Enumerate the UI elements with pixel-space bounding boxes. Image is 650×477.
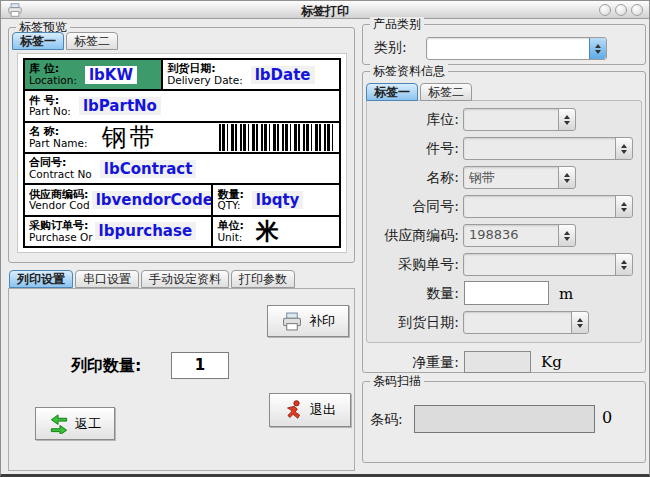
hetonghao-spinner-button[interactable] (615, 196, 632, 217)
unit-label-zh: 单位: (217, 220, 243, 232)
barcode-label: 条码: (370, 411, 403, 429)
window-button-minimize[interactable] (599, 4, 611, 16)
category-combo-value (427, 38, 589, 59)
date-value: lbDate (251, 66, 315, 84)
hetonghao-combo-value (464, 196, 615, 217)
label-row-purchase-unit: 采购订单号: Purchase Or lbpurchase 单位: Unit: … (25, 217, 339, 246)
arrival-date-combo-value (464, 312, 571, 333)
window-title: 标签打印 (1, 3, 649, 20)
category-spinner-button[interactable] (589, 38, 606, 59)
unit-value: 米 (256, 217, 279, 246)
tab-print-params[interactable]: 打印参数 (231, 270, 295, 288)
name-value: 钢带 (102, 123, 158, 152)
partno-cell: 件 号: Part No: lbPartNo (25, 91, 339, 120)
name-label-en: Part Name: (29, 138, 88, 149)
label-row-name: 名 称: Part Name: 钢带 (25, 123, 339, 154)
hetonghao-combo[interactable] (463, 195, 633, 218)
reprint-button-label: 补印 (309, 312, 335, 330)
label-info-group-title: 标签资料信息 (370, 64, 448, 78)
mingcheng-combo[interactable]: 钢带 (463, 166, 576, 189)
purchase-value: lbpurchase (95, 222, 197, 240)
exit-button-label: 退出 (310, 401, 336, 419)
vendor-code-combo-value: 198836 (464, 225, 558, 246)
reprint-button[interactable]: 补印 (267, 305, 349, 337)
barcode-count: 0 (602, 408, 612, 427)
location-value: lbKW (85, 66, 137, 84)
print-quantity-label: 列印数量: (71, 356, 141, 377)
preview-tab-label1[interactable]: 标签一 (12, 32, 64, 50)
barcode-input[interactable] (414, 405, 595, 433)
product-category-group-title: 产品类别 (370, 17, 424, 31)
jianhao-combo-value (464, 138, 615, 159)
label-print-window: 标签打印 标签预览 标签一 标签二 库 位: Location: lbKW (0, 0, 650, 477)
print-settings-panel: 补印 列印数量: 1 返工 退出 (8, 288, 355, 471)
date-label-en: Delivery Date: (167, 75, 243, 86)
mingcheng-spinner-button[interactable] (558, 167, 575, 188)
contract-label-en: Contract No (29, 169, 92, 180)
print-settings-tabs: 列印设置 串口设置 手动设定资料 打印参数 (9, 270, 295, 288)
unit-cell: 单位: Unit: 米 (213, 217, 339, 246)
kuwei-spinner-button[interactable] (558, 109, 575, 130)
window-button-maximize[interactable] (615, 4, 627, 16)
net-weight-input[interactable] (464, 351, 531, 373)
kuwei-combo[interactable] (463, 108, 576, 131)
preview-tabs: 标签一 标签二 (12, 32, 118, 50)
label-row-partno: 件 号: Part No: lbPartNo (25, 91, 339, 122)
qty-cell: 数量: QTY: lbqty (213, 185, 339, 214)
vendor-code-spinner-button[interactable] (558, 225, 575, 246)
vendor-code-label: 供应商编码: (367, 227, 459, 245)
arrival-date-spinner-button[interactable] (571, 312, 588, 333)
purchase-order-combo[interactable] (463, 253, 633, 276)
rework-arrows-icon (49, 413, 69, 434)
exit-runner-icon (284, 400, 304, 420)
category-combo[interactable] (426, 37, 607, 60)
rework-button-label: 返工 (75, 415, 101, 433)
mingcheng-label: 名称: (371, 169, 459, 187)
info-tab-label1[interactable]: 标签一 (366, 83, 418, 101)
mingcheng-combo-value: 钢带 (464, 167, 558, 188)
label-row-location-date: 库 位: Location: lbKW 到货日期: Delivery Date:… (25, 60, 339, 91)
jianhao-label: 件号: (371, 140, 459, 158)
jianhao-spinner-button[interactable] (615, 138, 632, 159)
tab-manual-data[interactable]: 手动设定资料 (141, 270, 229, 288)
jianhao-combo[interactable] (463, 137, 633, 160)
contract-value: lbContract (100, 160, 197, 178)
partno-label-en: Part No: (29, 106, 71, 117)
name-label-zh: 名 称: (29, 126, 88, 138)
purchase-label-en: Purchase Or (29, 232, 93, 243)
purchase-cell: 采购订单号: Purchase Or lbpurchase (25, 217, 213, 246)
reprint-printer-icon (281, 312, 303, 331)
window-button-close[interactable] (631, 4, 643, 16)
arrival-date-combo[interactable] (463, 311, 589, 334)
tab-serial-settings[interactable]: 串口设置 (75, 270, 139, 288)
info-tab-label2[interactable]: 标签二 (420, 83, 472, 101)
qty-label-en: QTY: (217, 200, 243, 211)
label-info-tabs: 标签一 标签二 (366, 83, 472, 101)
arrival-date-label: 到货日期: (371, 314, 459, 332)
contract-cell: 合同号: Contract No lbContract (25, 154, 339, 183)
purchase-order-combo-value (464, 254, 615, 275)
category-label: 类别: (374, 39, 407, 57)
quantity-label: 数量: (371, 285, 459, 303)
partno-value: lbPartNo (79, 97, 161, 115)
vendor-value: lbvendorCode (92, 191, 214, 209)
quantity-input[interactable] (464, 281, 549, 305)
location-cell: 库 位: Location: lbKW (25, 60, 163, 89)
exit-button[interactable]: 退出 (269, 393, 351, 427)
kuwei-combo-value (464, 109, 558, 130)
purchase-order-spinner-button[interactable] (615, 254, 632, 275)
location-label-en: Location: (29, 75, 77, 86)
label-row-contract: 合同号: Contract No lbContract (25, 154, 339, 185)
label-row-vendor-qty: 供应商编码: Vendor Cod lbvendorCode 数量: QTY: … (25, 185, 339, 216)
partname-cell: 名 称: Part Name: 钢带 (25, 123, 339, 152)
tab-print-settings[interactable]: 列印设置 (9, 270, 73, 288)
preview-tab-label2[interactable]: 标签二 (66, 32, 118, 50)
barcode-image (219, 124, 335, 151)
titlebar: 标签打印 (1, 1, 649, 19)
print-quantity-input[interactable]: 1 (171, 352, 229, 379)
vendor-code-combo[interactable]: 198836 (463, 224, 576, 247)
vendor-label-en: Vendor Cod (29, 200, 90, 211)
label-template: 库 位: Location: lbKW 到货日期: Delivery Date:… (23, 58, 341, 248)
rework-button[interactable]: 返工 (35, 407, 115, 440)
qty-value: lbqty (252, 191, 304, 209)
